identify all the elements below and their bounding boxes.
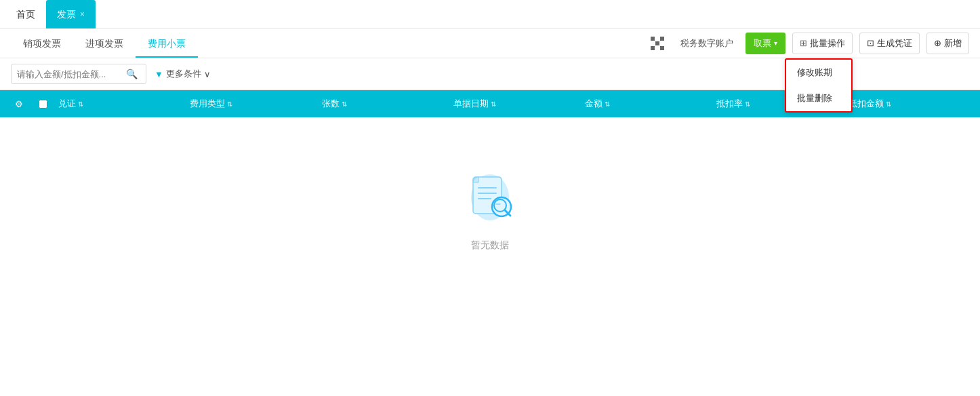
tab-label: 发票 xyxy=(57,0,76,28)
sub-nav-left: 销项发票 进项发票 费用小票 xyxy=(11,28,198,58)
search-input[interactable] xyxy=(17,69,122,79)
gen-voucher-icon: ⊡ xyxy=(867,38,874,48)
search-icon[interactable]: 🔍 xyxy=(126,68,138,79)
filter-icon: ▼ xyxy=(155,69,163,79)
th-deduction-amount: 抵扣金额 ⇅ xyxy=(843,98,975,110)
tax-account-button[interactable]: 税务数字账户 xyxy=(675,37,739,50)
batch-op-button[interactable]: ⊞ 批量操作 xyxy=(792,33,853,54)
invoice-tab[interactable]: 发票 × xyxy=(46,0,96,28)
take-ticket-arrow-icon: ▾ xyxy=(774,39,777,47)
tab-expense-receipt[interactable]: 费用小票 xyxy=(136,28,198,58)
tab-input-invoice[interactable]: 进项发票 xyxy=(73,28,136,58)
sub-nav: 销项发票 进项发票 费用小票 税务数字账户 取票 ▾ xyxy=(0,28,980,58)
gear-icon: ⚙ xyxy=(15,99,23,109)
sort-icon-voucher: ⇅ xyxy=(78,100,83,108)
select-all-checkbox[interactable] xyxy=(39,100,47,108)
th-expense-type: 费用类型 ⇅ xyxy=(184,98,316,110)
empty-state: 暂无数据 xyxy=(0,117,980,292)
dropdown-item-batch-delete[interactable]: 批量删除 xyxy=(786,85,851,111)
top-bar: 首页 发票 × xyxy=(0,0,980,28)
sort-icon-rate: ⇅ xyxy=(745,100,750,108)
sort-icon-date: ⇅ xyxy=(491,100,496,108)
empty-text: 暂无数据 xyxy=(471,239,509,252)
th-voucher: 兑证 ⇅ xyxy=(53,98,184,110)
qr-code-button[interactable] xyxy=(647,33,668,54)
search-box: 🔍 xyxy=(11,64,146,84)
batch-icon: ⊞ xyxy=(800,38,807,48)
main-content: 销项发票 进项发票 费用小票 税务数字账户 取票 ▾ xyxy=(0,28,980,396)
th-checkbox[interactable] xyxy=(33,100,53,108)
gen-voucher-button[interactable]: ⊡ 生成凭证 xyxy=(859,33,920,54)
dropdown-item-modify-period[interactable]: 修改账期 xyxy=(786,60,851,85)
sort-icon-deduction: ⇅ xyxy=(886,100,891,108)
take-ticket-button[interactable]: 取票 ▾ xyxy=(746,33,785,54)
th-amount: 金额 ⇅ xyxy=(579,98,711,110)
sub-nav-right: 税务数字账户 取票 ▾ ⊞ 批量操作 修改账期 批量删除 ⊡ 生成凭证 xyxy=(647,33,969,54)
add-button[interactable]: ⊕ 新增 xyxy=(926,33,969,54)
home-tab[interactable]: 首页 xyxy=(8,0,43,28)
filter-button[interactable]: ▼ 更多条件 ∨ xyxy=(155,68,211,80)
filter-arrow-icon: ∨ xyxy=(204,69,211,79)
sort-icon-amount: ⇅ xyxy=(605,100,610,108)
batch-op-container: ⊞ 批量操作 修改账期 批量删除 xyxy=(792,33,853,54)
sort-icon-count: ⇅ xyxy=(342,100,347,108)
sort-icon-expense: ⇅ xyxy=(227,100,232,108)
add-icon: ⊕ xyxy=(934,38,941,48)
content-area: 暂无数据 xyxy=(0,117,980,396)
th-date: 单据日期 ⇅ xyxy=(448,98,579,110)
th-settings[interactable]: ⚙ xyxy=(5,99,33,109)
th-count: 张数 ⇅ xyxy=(317,98,448,110)
tab-sales-invoice[interactable]: 销项发票 xyxy=(11,28,73,58)
empty-illustration xyxy=(453,158,527,233)
batch-op-dropdown: 修改账期 批量删除 xyxy=(785,58,853,113)
tab-close-icon[interactable]: × xyxy=(80,0,85,28)
qr-icon xyxy=(651,37,664,50)
